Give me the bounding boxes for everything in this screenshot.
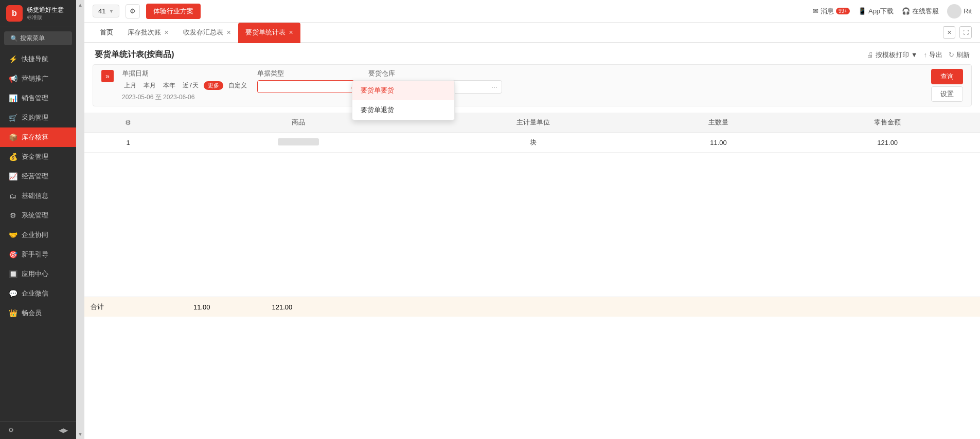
store-selector[interactable]: 41 ▼ xyxy=(93,5,119,17)
filter-expand-btn[interactable]: » xyxy=(101,70,114,82)
tab-order-stats[interactable]: 要货单统计表 ✕ xyxy=(238,23,300,43)
export-btn[interactable]: ↑ 导出 xyxy=(924,50,943,60)
data-table: ⚙ 商品 主计量单位 主数量 零售金额 xyxy=(84,113,980,153)
row-unit: 块 xyxy=(425,133,642,153)
type-select[interactable]: ▲ xyxy=(257,80,360,93)
app-name: 畅捷通好生意 xyxy=(27,6,64,14)
sidebar-item-system[interactable]: ⚙ 系统管理 xyxy=(0,206,76,225)
tab-home[interactable]: 首页 xyxy=(93,23,120,43)
tab-close-all-btn[interactable]: ✕ xyxy=(943,26,955,39)
summary-retail-amount: 121.00 xyxy=(272,303,293,311)
store-dropdown-arrow: ▼ xyxy=(109,8,114,14)
row-quantity: 11.00 xyxy=(642,133,795,153)
date-btn-more[interactable]: 更多 xyxy=(204,81,223,90)
system-icon: ⚙ xyxy=(8,211,17,220)
vip-icon: 👑 xyxy=(8,309,17,317)
row-product xyxy=(172,133,425,153)
row-retail-amount: 121.00 xyxy=(795,133,980,153)
col-retail-amount: 零售金额 xyxy=(795,113,980,133)
date-filter-group: 单据日期 上月 本月 本年 近7天 更多 自定义 2023-05-06 至 20… xyxy=(122,69,249,102)
sidebar-item-inventory[interactable]: 📦 库存核算 xyxy=(0,127,76,147)
print-icon: 🖨 xyxy=(867,51,874,59)
type-filter-group: 单据类型 ▲ xyxy=(257,69,360,93)
row-index: 1 xyxy=(84,133,172,153)
tab-close-order-stats[interactable]: ✕ xyxy=(289,29,293,36)
sidebar-item-appstore[interactable]: 🔲 应用中心 xyxy=(0,264,76,284)
gear-button[interactable]: ⚙ xyxy=(126,4,140,19)
page-actions: 🖨 按模板打印 ▼ ↑ 导出 ↻ 刷新 xyxy=(867,50,970,60)
sidebar-item-weixin[interactable]: 💬 企业微信 xyxy=(0,284,76,303)
topbar: 41 ▼ ⚙ 体验行业方案 ✉ 消息 99+ 📱 App下载 🎧 在线客服 R xyxy=(84,0,980,23)
app-download-btn[interactable]: 📱 App下载 xyxy=(858,7,894,16)
online-service-btn[interactable]: 🎧 在线客服 xyxy=(902,7,939,16)
message-icon: ✉ xyxy=(813,7,818,15)
user-name: Rit xyxy=(964,7,972,15)
tab-inventory-batch[interactable]: 库存批次账 ✕ xyxy=(120,23,176,43)
query-button[interactable]: 查询 xyxy=(931,69,963,84)
trial-button[interactable]: 体验行业方案 xyxy=(146,4,201,19)
sidebar-item-enterprise[interactable]: 🤝 企业协同 xyxy=(0,225,76,245)
operations-icon: 📈 xyxy=(8,172,17,180)
weixin-icon: 💬 xyxy=(8,289,17,298)
topbar-right: ✉ 消息 99+ 📱 App下载 🎧 在线客服 Rit xyxy=(813,4,972,19)
sidebar-item-base[interactable]: 🗂 基础信息 xyxy=(0,186,76,206)
filter-buttons: 查询 设置 xyxy=(931,69,963,102)
sidebar-item-guide[interactable]: 🎯 新手引导 xyxy=(0,245,76,264)
dropdown-item-return[interactable]: 要货单退货 xyxy=(352,100,454,120)
date-btn-curr-month[interactable]: 本月 xyxy=(141,80,158,91)
type-filter-label: 单据类型 xyxy=(257,69,284,78)
app-logo: b 畅捷通好生意 标准版 xyxy=(0,0,76,27)
print-dropdown-arrow: ▼ xyxy=(911,51,918,59)
sidebar-item-purchase[interactable]: 🛒 采购管理 xyxy=(0,108,76,127)
page-header: 要货单统计表(按商品) 🖨 按模板打印 ▼ ↑ 导出 ↻ 刷新 xyxy=(84,43,980,64)
sidebar-item-finance[interactable]: 💰 资金管理 xyxy=(0,147,76,167)
dropdown-item-order[interactable]: 要货单要货 xyxy=(352,81,454,100)
summary-quantity: 11.00 xyxy=(193,303,210,311)
base-icon: 🗂 xyxy=(8,192,17,200)
guide-icon: 🎯 xyxy=(8,250,17,259)
product-placeholder xyxy=(278,138,319,145)
sidebar-item-sales[interactable]: 📊 销售管理 xyxy=(0,88,76,108)
tab-close-recv-summary[interactable]: ✕ xyxy=(226,29,231,36)
refresh-icon: ↻ xyxy=(949,51,954,59)
date-btn-7days[interactable]: 近7天 xyxy=(181,80,201,91)
scroll-down-btn[interactable]: ▼ xyxy=(76,429,85,439)
avatar xyxy=(947,4,961,19)
sidebar-collapse-btn[interactable]: ◀▶ xyxy=(59,427,68,434)
messages-btn[interactable]: ✉ 消息 99+ xyxy=(813,7,850,16)
date-range-btns: 上月 本月 本年 近7天 更多 自定义 xyxy=(122,80,249,91)
finance-icon: 💰 xyxy=(8,153,17,161)
refresh-btn[interactable]: ↻ 刷新 xyxy=(949,50,970,60)
tab-close-inventory-batch[interactable]: ✕ xyxy=(164,29,169,36)
sidebar-settings-btn[interactable]: ⚙ xyxy=(8,427,14,434)
sidebar: b 畅捷通好生意 标准版 🔍 搜索菜单 ⚡ 快捷导航 📢 营销推广 📊 销售管理… xyxy=(0,0,76,439)
scroll-up-btn[interactable]: ▲ xyxy=(76,0,85,10)
date-btn-custom[interactable]: 自定义 xyxy=(226,80,249,91)
date-filter-label: 单据日期 xyxy=(122,69,149,78)
table-row: 1 块 11.00 121.00 xyxy=(84,133,980,153)
sidebar-nav: ⚡ 快捷导航 📢 营销推广 📊 销售管理 🛒 采购管理 📦 库存核算 💰 资金管… xyxy=(0,49,76,421)
sidebar-scroll: ▲ ▼ xyxy=(76,0,84,439)
sidebar-bottom: ⚙ ◀▶ xyxy=(0,421,76,439)
sidebar-item-operations[interactable]: 📈 经营管理 xyxy=(0,167,76,186)
sidebar-item-quick-nav[interactable]: ⚡ 快捷导航 xyxy=(0,49,76,69)
date-btn-prev-month[interactable]: 上月 xyxy=(122,80,138,91)
app-sub: 标准版 xyxy=(27,14,64,21)
purchase-icon: 🛒 xyxy=(8,114,17,122)
set-button[interactable]: 设置 xyxy=(931,86,963,102)
print-template-btn[interactable]: 🖨 按模板打印 ▼ xyxy=(867,50,918,60)
table-body: 1 块 11.00 121.00 xyxy=(84,133,980,153)
settings-icon[interactable]: ⚙ xyxy=(125,119,131,126)
tab-recv-summary[interactable]: 收发存汇总表 ✕ xyxy=(176,23,238,43)
col-unit: 主计量单位 xyxy=(425,113,642,133)
sidebar-item-vip[interactable]: 👑 畅会员 xyxy=(0,303,76,323)
user-avatar-btn[interactable]: Rit xyxy=(947,4,972,19)
sidebar-search[interactable]: 🔍 搜索菜单 xyxy=(4,31,72,45)
date-btn-curr-year[interactable]: 本年 xyxy=(161,80,177,91)
data-table-container: ⚙ 商品 主计量单位 主数量 零售金额 xyxy=(84,113,980,153)
sidebar-item-marketing[interactable]: 📢 营销推广 xyxy=(0,69,76,88)
tab-expand-btn[interactable]: ⛶ xyxy=(959,26,972,39)
filter-bar: » 单据日期 上月 本月 本年 近7天 更多 自定义 2023-05-06 至 … xyxy=(93,64,972,106)
warehouse-more-icon: ··· xyxy=(491,83,497,91)
inventory-icon: 📦 xyxy=(8,133,17,141)
